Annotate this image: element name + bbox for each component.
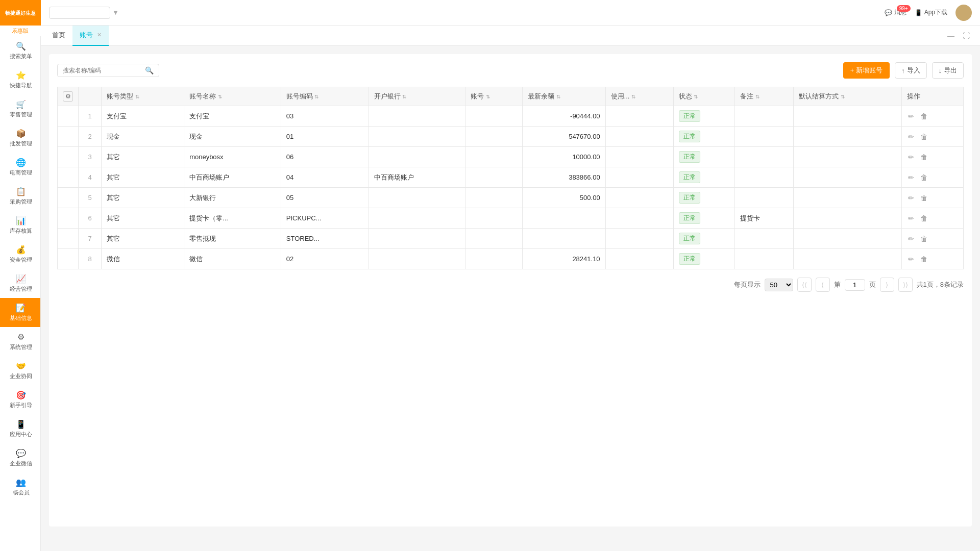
sidebar-item-wholesale[interactable]: 📦 批发管理 (0, 123, 40, 153)
col-type[interactable]: 账号类型 ⇅ (102, 87, 184, 106)
sidebar-item-app-center[interactable]: 📱 应用中心 (0, 414, 40, 443)
sidebar-label-enterprise-agreement: 企业协同 (10, 372, 32, 380)
tab-minimize-button[interactable]: — (945, 30, 957, 42)
edit-button-7[interactable]: ✏ (907, 254, 915, 264)
delete-button-5[interactable]: 🗑 (919, 213, 928, 223)
sidebar-label-basic-info: 基础信息 (10, 314, 32, 322)
edit-button-4[interactable]: ✏ (907, 193, 915, 203)
row-status-6: 正常 (673, 229, 735, 249)
row-type-2: 其它 (102, 147, 184, 167)
quick-nav-icon: ⭐ (16, 70, 26, 80)
sidebar-item-search[interactable]: 🔍 搜索菜单 (0, 36, 40, 65)
delete-button-2[interactable]: 🗑 (919, 152, 928, 162)
next-page-button[interactable]: ⟩ (880, 278, 894, 292)
sidebar-item-finance[interactable]: 💰 资金管理 (0, 240, 40, 269)
col-account[interactable]: 账号 ⇅ (465, 87, 523, 106)
app-version: 乐惠版 (0, 26, 41, 36)
col-status[interactable]: 状态 ⇅ (673, 87, 735, 106)
sidebar-item-enterprise-wechat[interactable]: 💬 企业微信 (0, 443, 40, 472)
tab-home[interactable]: 首页 (45, 26, 72, 46)
row-balance-6 (523, 229, 605, 249)
sidebar-item-basic-info[interactable]: 📝 基础信息 (0, 298, 40, 327)
sidebar-item-quick-nav[interactable]: ⭐ 快捷导航 (0, 65, 40, 94)
page-number-input[interactable] (845, 279, 865, 291)
row-balance-3: 383866.00 (523, 167, 605, 188)
row-bank-4 (369, 188, 465, 208)
header-search-input[interactable] (49, 7, 110, 19)
col-name[interactable]: 账号名称 ⇅ (184, 87, 281, 106)
app-download-button[interactable]: 📱 App下载 (915, 8, 947, 17)
col-code[interactable]: 账号编码 ⇅ (281, 87, 369, 106)
row-balance-0: -90444.00 (523, 106, 605, 127)
system-icon: ⚙ (17, 332, 24, 342)
tab-bar: 首页 账号 ✕ — ⛶ (41, 26, 980, 46)
import-button[interactable]: ↑ 导入 (895, 62, 927, 79)
sidebar-item-ecommerce[interactable]: 🌐 电商管理 (0, 153, 40, 182)
prev-page-button[interactable]: ⟨ (816, 278, 830, 292)
row-number-4: 5 (79, 188, 102, 208)
row-status-1: 正常 (673, 127, 735, 147)
sidebar-item-enterprise-agreement[interactable]: 🤝 企业协同 (0, 356, 40, 385)
sidebar-item-operations[interactable]: 📈 经营管理 (0, 269, 40, 298)
col-remark[interactable]: 备注 ⇅ (735, 87, 794, 106)
delete-button-4[interactable]: 🗑 (919, 193, 928, 203)
row-settlement-6 (794, 229, 902, 249)
export-label: 导出 (944, 66, 957, 75)
row-bank-2 (369, 147, 465, 167)
sidebar-label-finance: 资金管理 (10, 256, 32, 264)
tab-maximize-button[interactable]: ⛶ (961, 30, 972, 42)
edit-button-6[interactable]: ✏ (907, 234, 915, 244)
account-search-input[interactable] (63, 67, 145, 74)
message-button[interactable]: 💬 消息 99+ (885, 8, 906, 17)
first-page-button[interactable]: ⟨⟨ (797, 278, 812, 292)
delete-button-1[interactable]: 🗑 (919, 132, 928, 142)
col-bank[interactable]: 开户银行 ⇅ (369, 87, 465, 106)
tab-account-close[interactable]: ✕ (97, 32, 102, 38)
row-settings-4 (58, 188, 79, 208)
row-number-0: 1 (79, 106, 102, 127)
purchase-icon: 📋 (16, 187, 26, 196)
row-number-2: 3 (79, 147, 102, 167)
sidebar-item-retail[interactable]: 🛒 零售管理 (0, 94, 40, 123)
sidebar-item-inventory[interactable]: 📊 库存核算 (0, 211, 40, 240)
user-avatar[interactable] (955, 5, 972, 21)
row-settings-3 (58, 167, 79, 188)
col-settlement[interactable]: 默认结算方式 ⇅ (794, 87, 902, 106)
row-usage-5 (605, 208, 673, 229)
row-status-3: 正常 (673, 167, 735, 188)
edit-button-3[interactable]: ✏ (907, 172, 915, 183)
row-name-2: moneybosx (184, 147, 281, 167)
col-action: 操作 (902, 87, 964, 106)
table-row: 1 支付宝 支付宝 03 -90444.00 正常 ✏ 🗑 (58, 106, 964, 127)
sidebar-label-ecommerce: 电商管理 (10, 169, 32, 177)
tab-account[interactable]: 账号 ✕ (72, 26, 109, 46)
delete-button-7[interactable]: 🗑 (919, 254, 928, 264)
edit-button-5[interactable]: ✏ (907, 213, 915, 223)
delete-button-6[interactable]: 🗑 (919, 234, 928, 244)
col-balance[interactable]: 最新余额 ⇅ (523, 87, 605, 106)
export-button[interactable]: ↓ 导出 (932, 62, 964, 79)
sidebar-item-new-guide[interactable]: 🎯 新手引导 (0, 385, 40, 414)
edit-button-2[interactable]: ✏ (907, 152, 915, 162)
row-account-4 (465, 188, 523, 208)
search-icon[interactable]: 🔍 (145, 66, 154, 74)
sidebar-item-system[interactable]: ⚙ 系统管理 (0, 327, 40, 356)
delete-button-0[interactable]: 🗑 (919, 111, 928, 121)
edit-button-1[interactable]: ✏ (907, 132, 915, 142)
new-guide-icon: 🎯 (16, 390, 26, 400)
row-balance-5 (523, 208, 605, 229)
edit-button-0[interactable]: ✏ (907, 111, 915, 121)
delete-button-3[interactable]: 🗑 (919, 172, 928, 183)
sidebar-item-member[interactable]: 👥 畅会员 (0, 472, 40, 502)
column-settings-icon[interactable]: ⚙ (63, 91, 73, 102)
sidebar-label-quick-nav: 快捷导航 (10, 82, 32, 89)
page-size-select[interactable]: 50 10 20 100 (765, 279, 793, 291)
wholesale-icon: 📦 (16, 129, 26, 138)
col-usage[interactable]: 使用... ⇅ (605, 87, 673, 106)
add-account-button[interactable]: + 新增账号 (843, 62, 890, 79)
last-page-button[interactable]: ⟩⟩ (898, 278, 913, 292)
row-action-4: ✏ 🗑 (902, 188, 964, 208)
row-account-6 (465, 229, 523, 249)
header-dropdown-icon[interactable]: ▼ (112, 9, 119, 16)
sidebar-item-purchase[interactable]: 📋 采购管理 (0, 182, 40, 211)
